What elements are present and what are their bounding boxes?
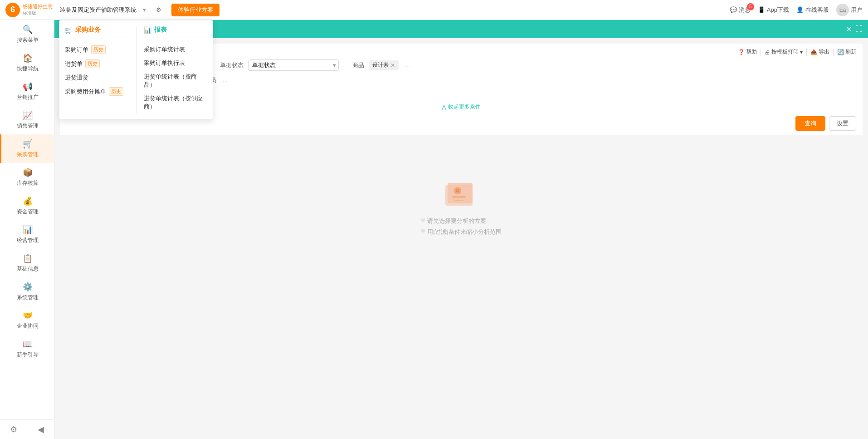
dropdown-reports-col: 📊 报表 采购订单统计表 采购订单执行表 进货单统计表（按商品） 进货单统计表（…	[138, 26, 213, 113]
empty-hint-1: 请先选择要分析的方案	[421, 217, 501, 225]
incoming-order-label: 进货单	[65, 60, 83, 68]
message-icon: 💬	[730, 6, 737, 13]
sidebar-item-purchase[interactable]: 🛒 采购管理	[0, 134, 54, 163]
purchase-icon: 🛒	[23, 139, 33, 149]
reports-col-icon: 📊	[144, 26, 151, 34]
message-badge: 5	[747, 3, 754, 10]
logo-line1: 畅捷通好生意	[23, 3, 53, 10]
app-download-item[interactable]: 📱 App下载	[758, 6, 789, 14]
logo-area: 6 畅捷通好生意 标准版	[5, 3, 55, 17]
logo-icon: 6	[5, 3, 20, 17]
tab-fullscreen-icon[interactable]: ⛶	[855, 25, 863, 33]
purchase-order-label: 采购订单	[65, 46, 88, 54]
setting-button[interactable]: 设置	[829, 116, 856, 131]
incoming-stats-supplier-label: 进货单统计表（按供应商）	[144, 94, 208, 111]
sidebar-collapse-icon[interactable]: ◀	[38, 424, 44, 434]
query-button[interactable]: 查询	[795, 116, 825, 131]
purchase-col-title: 采购业务	[75, 26, 101, 34]
online-service-item[interactable]: 👤 在线客服	[796, 6, 829, 14]
purchase-order-history-tag: 历史	[91, 45, 106, 54]
export-label: 导出	[819, 48, 829, 56]
empty-state: 请先选择要分析的方案 用[过滤]条件来缩小分析范围	[60, 140, 863, 275]
purchase-expense-history-tag: 历史	[109, 87, 123, 96]
incoming-stats-product-item[interactable]: 进货单统计表（按商品）	[144, 70, 208, 92]
industry-button[interactable]: 体验行业方案	[171, 4, 219, 16]
user-item[interactable]: Ea 用户	[836, 4, 863, 16]
print-arrow-icon: ▾	[800, 49, 803, 55]
sidebar-item-inventory[interactable]: 📦 库存核算	[0, 163, 54, 192]
toolbar-divider1	[761, 49, 761, 56]
product-label: 商品	[352, 61, 364, 69]
sidebar-label-system: 系统管理	[17, 294, 39, 301]
sidebar-item-sales[interactable]: 📈 销售管理	[0, 106, 54, 134]
sidebar-item-basic-info[interactable]: 📋 基础信息	[0, 249, 54, 277]
doc-status-select[interactable]: 单据状态	[248, 59, 339, 71]
product-tag: 设计素 ✕	[369, 60, 399, 70]
sidebar-settings-icon[interactable]: ⚙	[10, 424, 17, 434]
sidebar-item-marketing[interactable]: 📢 营销推广	[0, 77, 54, 106]
product-tag-text: 设计素	[372, 61, 389, 69]
print-label: 按模板打印	[771, 48, 799, 56]
sidebar-item-enterprise[interactable]: 🤝 企业协同	[0, 306, 54, 335]
incoming-stats-supplier-item[interactable]: 进货单统计表（按供应商）	[144, 92, 208, 113]
guide-icon: 📖	[23, 339, 33, 349]
sidebar-label-sales: 销售管理	[17, 122, 39, 130]
sidebar-item-quick-nav[interactable]: 🏠 快捷导航	[0, 49, 54, 77]
help-button[interactable]: ❓ 帮助	[738, 48, 757, 56]
product-tag-close[interactable]: ✕	[390, 62, 395, 69]
refresh-button[interactable]: 🔄 刷新	[837, 48, 856, 56]
purchase-order-item[interactable]: 采购订单 历史	[65, 43, 129, 57]
incoming-order-history-tag: 历史	[85, 59, 100, 68]
incoming-return-item[interactable]: 进货退货	[65, 71, 129, 84]
sidebar-item-operations[interactable]: 📊 经营管理	[0, 220, 54, 249]
incoming-return-label: 进货退货	[65, 74, 88, 82]
purchase-dropdown-menu: 🛒 采购业务 采购订单 历史 进货单 历史 进货退货 采购费用分摊单 历史	[59, 20, 213, 119]
print-button[interactable]: 🖨 按模板打印 ▾	[765, 48, 803, 56]
purchase-expense-item[interactable]: 采购费用分摊单 历史	[65, 84, 129, 99]
svg-rect-6	[454, 200, 463, 201]
sidebar-item-finance[interactable]: 💰 资金管理	[0, 192, 54, 220]
avatar: Ea	[836, 4, 849, 16]
sidebar-label-enterprise: 企业协同	[17, 322, 39, 330]
online-service-label: 在线客服	[805, 6, 829, 14]
incoming-order-item[interactable]: 进货单 历史	[65, 57, 129, 71]
export-button[interactable]: 📤 导出	[810, 48, 829, 56]
collapse-label: 收起更多条件	[448, 103, 481, 111]
marketing-icon: 📢	[23, 82, 33, 92]
toolbar-divider3	[833, 49, 834, 56]
product-dots[interactable]: ...	[405, 62, 410, 69]
system-title: 装备及固定资产辅助管理系统	[60, 6, 137, 14]
dropdown-cols: 🛒 采购业务 采购订单 历史 进货单 历史 进货退货 采购费用分摊单 历史	[59, 26, 213, 113]
title-arrow-icon: ▾	[143, 6, 146, 13]
reports-col-header: 📊 报表	[144, 26, 208, 38]
tab-maximize-icon[interactable]: ✕	[846, 25, 852, 34]
topbar: 6 畅捷通好生意 标准版 装备及固定资产辅助管理系统 ▾ ⚙ 体验行业方案 💬 …	[0, 0, 868, 20]
incoming-stats-product-label: 进货单统计表（按商品）	[144, 73, 208, 89]
sidebar-item-search[interactable]: 🔍 搜索菜单	[0, 20, 54, 49]
sidebar-item-guide[interactable]: 📖 新手引导	[0, 335, 54, 363]
sidebar-label-guide: 新手引导	[17, 351, 39, 359]
user-label: 用户	[851, 6, 863, 14]
empty-hint-2: 用[过滤]条件来缩小分析范围	[421, 228, 501, 236]
purchase-order-exec-item[interactable]: 采购订单执行表	[144, 56, 208, 70]
purchase-order-stats-label: 采购订单统计表	[144, 45, 185, 54]
purchase-col-icon: 🛒	[65, 26, 73, 34]
purchase-order-stats-item[interactable]: 采购订单统计表	[144, 43, 208, 56]
sidebar-label-purchase: 采购管理	[17, 151, 39, 158]
help-icon: ❓	[738, 49, 745, 55]
sidebar-item-system[interactable]: ⚙️ 系统管理	[0, 277, 54, 306]
settings-icon[interactable]: ⚙	[152, 4, 165, 16]
logo-text-area: 畅捷通好生意 标准版	[23, 3, 53, 16]
print-icon: 🖨	[765, 49, 770, 55]
tab-close-right: ✕ ⛶	[846, 25, 868, 34]
svg-rect-5	[452, 196, 466, 198]
purchase-expense-label: 采购费用分摊单	[65, 88, 106, 96]
messages-item[interactable]: 💬 消息 5	[730, 6, 751, 14]
topbar-right: 💬 消息 5 📱 App下载 👤 在线客服 Ea 用户	[730, 4, 863, 16]
sales-icon: 📈	[23, 110, 33, 120]
search-icon: 🔍	[23, 25, 33, 35]
salesperson-dots[interactable]: ...	[223, 77, 228, 84]
logo-line2: 标准版	[23, 10, 53, 16]
purchase-order-exec-label: 采购订单执行表	[144, 59, 185, 67]
purchase-col-header: 🛒 采购业务	[65, 26, 129, 38]
